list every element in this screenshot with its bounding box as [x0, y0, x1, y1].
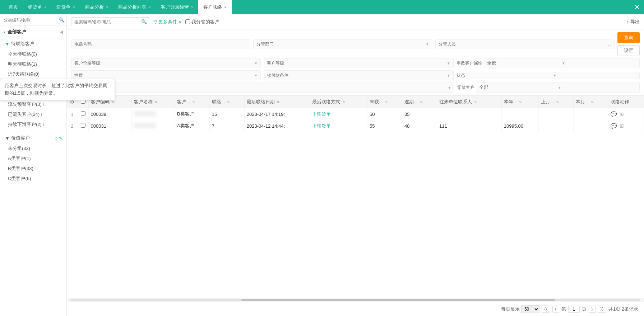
price-grade-field[interactable]: 客户价格等级 ▼ [71, 58, 261, 68]
col-contact[interactable]: 联络... ⇅ [209, 96, 244, 108]
tab-analysis[interactable]: 商品分析 × [80, 0, 113, 14]
row-code-1[interactable]: 000039 [88, 108, 131, 120]
export-button[interactable]: ↑ 导出 [627, 19, 640, 25]
close-customer-tier-icon[interactable]: × [191, 5, 193, 9]
next-page-button[interactable]: ⟩ [589, 306, 596, 313]
retail-customer-select[interactable]: 全部 ▼ [476, 82, 640, 93]
per-page-select[interactable]: 50 20 100 [521, 305, 539, 313]
sort-overdue-icon[interactable]: ⇅ [420, 100, 423, 104]
tab-customer-tier[interactable]: 客户分层经营 × [156, 0, 198, 14]
sidebar-item-b-class[interactable]: B类客户(33) [0, 164, 66, 174]
col-last-method[interactable]: 最后联络方式 ⇅ [310, 96, 367, 108]
sort-last-date-icon[interactable]: ⇅ [277, 100, 279, 104]
sort-unpaid-icon[interactable]: ⇅ [385, 100, 388, 104]
sidebar-item-c-class[interactable]: C类客户(6) [0, 174, 66, 184]
close-sales-icon[interactable]: × [44, 5, 46, 9]
close-analysis-list-icon[interactable]: × [148, 5, 150, 9]
sort-type-icon[interactable]: ⇅ [192, 100, 195, 104]
first-page-button[interactable]: ⟨⟨ [542, 306, 550, 313]
phone-field[interactable]: 电话号码 [71, 39, 250, 49]
status-select[interactable]: ▼ [467, 72, 640, 79]
dept-field[interactable]: 分管部门 ▼ [253, 39, 432, 49]
dept-arrow-icon: ▼ [426, 42, 429, 46]
horizontal-scrollbar[interactable] [67, 298, 644, 302]
chat-icon-2[interactable]: 💬 [611, 123, 617, 129]
value-customers-section: ▼ 价值客户 ○ ✎ [0, 133, 66, 143]
row-last-method-2[interactable]: 下销货单 [310, 120, 367, 132]
col-unpaid[interactable]: 未联... ⇅ [367, 96, 402, 108]
col-last-date[interactable]: 最后联络日期 ⇅ [244, 96, 310, 108]
my-customers-checkbox[interactable] [185, 19, 190, 24]
search-input[interactable] [74, 19, 140, 24]
page-end-label: 页 [582, 306, 587, 312]
row-1-checkbox[interactable] [81, 111, 85, 116]
filter-bar: 🔍 ▽ 更多条件 ∧ 我分管的客户 ↑ 导出 [67, 14, 644, 29]
retail-attr-select[interactable]: 全部 ▼ [484, 58, 640, 68]
filter-icon: ▽ [154, 19, 157, 24]
sort-contact2-icon[interactable]: ⇅ [474, 100, 477, 104]
col-type[interactable]: 客户... ⇅ [175, 96, 209, 108]
query-button[interactable]: 查询 [617, 32, 640, 43]
edit-icon[interactable]: ✎ [59, 136, 63, 141]
chat-icon-1[interactable]: 💬 [611, 111, 617, 117]
col-this-month[interactable]: 本月... ⇅ [573, 96, 608, 108]
settings-button[interactable]: 设置 [617, 45, 640, 56]
more-conditions-button[interactable]: ▽ 更多条件 ∧ [154, 19, 182, 25]
info-icon-3: ℹ [41, 113, 42, 117]
sidebar-item-today[interactable]: 今天待联络(0) [0, 49, 66, 59]
sidebar-item-7days[interactable]: 近7天待联络(0) [0, 69, 66, 79]
tab-home[interactable]: 首页 [4, 0, 23, 14]
col-last-month[interactable]: 上月... ⇅ [538, 96, 573, 108]
col-this-year[interactable]: 本年... ⇅ [501, 96, 538, 108]
row-2-checkbox[interactable] [81, 123, 85, 128]
sidebar-search-input[interactable] [4, 18, 57, 23]
row-last-method-1[interactable]: 下销货单 [310, 108, 367, 120]
sort-name-icon[interactable]: ⇅ [154, 100, 157, 104]
sidebar-item-churned[interactable]: 已流失客户(24) ℹ [0, 109, 66, 119]
sidebar-search-icon[interactable]: 🔍 [59, 17, 65, 23]
sidebar-item-a-class[interactable]: A类客户(1) [0, 154, 66, 164]
grade-field[interactable]: 客户等级 ▼ [264, 58, 453, 68]
sort-last-method-icon[interactable]: ⇅ [342, 100, 345, 104]
sort-this-month-icon[interactable]: ⇅ [591, 100, 594, 104]
grid-action-icon-2[interactable]: ⊞ [620, 123, 624, 129]
grid-action-icon-1[interactable]: ⊞ [620, 111, 624, 117]
sidebar-item-unclassified[interactable]: 未分组(32) [0, 143, 66, 154]
row-code-2[interactable]: 000031 [88, 120, 131, 132]
col-contact2[interactable]: 往来单位联系人 ⇅ [437, 96, 502, 108]
row-unpaid-2: 55 [367, 120, 402, 132]
tab-customer-contact[interactable]: 客户联络 × [198, 0, 231, 14]
arrow-down-icon: ▼ [5, 41, 10, 47]
col-overdue[interactable]: 逾期... ⇅ [402, 96, 437, 108]
sidebar-item-declining[interactable]: 持续下滑客户(2) ℹ [0, 119, 66, 129]
scrollbar-track [70, 299, 640, 301]
close-all-tabs-button[interactable]: ✕ [634, 3, 640, 11]
scrollbar-thumb[interactable] [241, 299, 555, 301]
sort-code-icon[interactable]: ⇅ [111, 100, 114, 104]
circle-icon[interactable]: ○ [55, 136, 57, 141]
col-name[interactable]: 客户名称 ⇅ [131, 96, 175, 108]
sort-contact-icon[interactable]: ⇅ [227, 100, 230, 104]
tab-sales[interactable]: 销货单 × [23, 0, 51, 14]
sort-last-month-icon[interactable]: ⇅ [556, 100, 559, 104]
pending-group[interactable]: ▼ 待联络客户 [0, 38, 66, 49]
close-customer-contact-icon[interactable]: × [224, 5, 226, 9]
search-icon[interactable]: 🔍 [141, 19, 147, 24]
last-page-button[interactable]: ⟩⟩ [598, 306, 606, 313]
tab-purchase[interactable]: 进货单 × [51, 0, 80, 14]
prev-page-button[interactable]: ⟨ [552, 306, 559, 313]
close-analysis-icon[interactable]: × [106, 5, 108, 9]
customer-type-field[interactable]: 客户类型 ▼ [92, 82, 454, 93]
close-purchase-icon[interactable]: × [73, 5, 75, 9]
collapse-sidebar-icon[interactable]: ◀ [60, 30, 63, 34]
sort-this-year-icon[interactable]: ⇅ [519, 100, 522, 104]
sidebar: 🔍 ▪ 全部客户 ◀ ▼ 待联络客户 今天待联络(0) 明天待联络(1) 近7天… [0, 14, 67, 316]
sidebar-item-churn-warning[interactable]: 流失预警客户(3) ℹ [0, 99, 66, 109]
sidebar-search-bar: 🔍 [0, 14, 66, 26]
sidebar-item-tomorrow[interactable]: 明天待联络(1) [0, 59, 66, 69]
person-field[interactable]: 分管人员 ... [435, 39, 615, 49]
tab-analysis-list[interactable]: 商品分析列表 × [113, 0, 156, 14]
payment-field[interactable]: 收付款条件 ▼ [264, 70, 453, 80]
page-number-input[interactable] [568, 306, 580, 313]
row-unpaid-1: 50 [367, 108, 402, 120]
